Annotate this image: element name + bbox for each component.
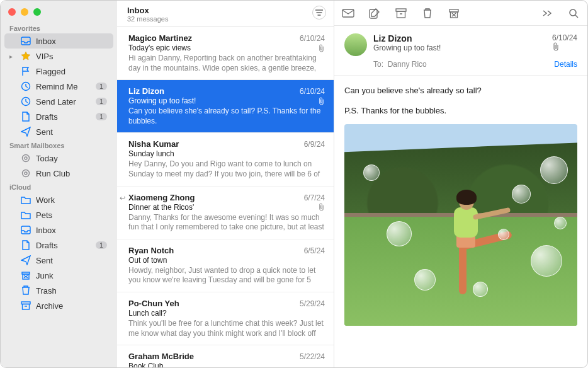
mail-window: FavoritesInbox▸VIPsFlaggedRemind Me1Send… xyxy=(0,0,588,368)
close-window-button[interactable] xyxy=(8,8,16,16)
sidebar-item-label: Remind Me xyxy=(36,82,91,91)
minimize-window-button[interactable] xyxy=(21,8,28,16)
window-controls xyxy=(1,1,117,22)
delete-button[interactable] xyxy=(421,7,434,20)
chevron-right-icon: ▸ xyxy=(9,53,16,60)
sidebar-item-work[interactable]: Work xyxy=(4,192,113,207)
attached-photo[interactable] xyxy=(344,124,577,326)
body-line: P.S. Thanks for the bubbles. xyxy=(344,105,577,117)
sidebar: FavoritesInbox▸VIPsFlaggedRemind Me1Send… xyxy=(1,1,117,367)
search-button[interactable] xyxy=(567,7,580,20)
trash-icon xyxy=(21,285,31,296)
msg-sender: Ryan Notch xyxy=(128,246,174,255)
message-row[interactable]: Nisha Kumar6/9/24Sunday lunchHey Danny, … xyxy=(117,133,334,186)
filter-icon xyxy=(315,9,323,16)
sidebar-item-sent2[interactable]: Sent xyxy=(4,253,113,268)
msg-date: 6/9/24 xyxy=(304,140,325,149)
msg-sender: Graham McBride xyxy=(128,352,194,361)
sidebar-item-label: Sent xyxy=(36,127,107,137)
header-attachment-icon xyxy=(552,42,577,51)
msg-sender: Xiaomeng Zhong xyxy=(128,193,195,202)
body-line: Can you believe she's already so tall? xyxy=(344,84,577,97)
junk-button[interactable] xyxy=(448,7,460,20)
sidebar-item-sent[interactable]: Sent xyxy=(4,124,113,139)
sidebar-item-vips[interactable]: ▸VIPs xyxy=(4,49,113,64)
sidebar-item-flagged[interactable]: Flagged xyxy=(4,64,113,79)
zoom-window-button[interactable] xyxy=(33,8,41,16)
header-date: 6/10/24 xyxy=(552,33,577,42)
sidebar-item-drafts[interactable]: Drafts1 xyxy=(4,109,113,124)
message-row[interactable]: Ryan Notch6/5/24Out of townHowdy, neighb… xyxy=(117,239,334,292)
sidebar-item-archive[interactable]: Archive xyxy=(4,298,113,313)
gear-icon xyxy=(21,153,31,163)
sidebar-item-label: Today xyxy=(36,154,107,163)
sidebar-item-label: Drafts xyxy=(36,241,91,250)
sidebar-item-runclub[interactable]: Run Club xyxy=(4,166,113,181)
reply-button[interactable] xyxy=(342,7,354,20)
sidebar-badge: 1 xyxy=(96,113,107,120)
mailbox-title: Inbox xyxy=(127,6,168,15)
archive-button[interactable] xyxy=(395,7,407,20)
sidebar-item-label: Junk xyxy=(36,271,107,280)
msg-subject: Dinner at the Ricos' xyxy=(128,203,194,212)
message-list-header: Inbox 32 messages xyxy=(117,1,334,27)
sender-avatar[interactable] xyxy=(344,33,367,56)
sidebar-item-inbox[interactable]: Inbox xyxy=(4,33,113,49)
sidebar-item-trash[interactable]: Trash xyxy=(4,283,113,298)
header-subject: Growing up too fast! xyxy=(373,43,546,52)
sidebar-item-sendlater[interactable]: Send Later1 xyxy=(4,94,113,109)
sidebar-section-label: Favorites xyxy=(1,22,117,33)
more-button[interactable] xyxy=(541,7,553,20)
message-row[interactable]: ↩Xiaomeng Zhong6/7/24Dinner at the Ricos… xyxy=(117,187,334,239)
sidebar-item-label: Archive xyxy=(36,301,107,311)
sidebar-item-label: Pets xyxy=(36,210,107,220)
archive-icon xyxy=(21,301,31,311)
sidebar-item-inbox2[interactable]: Inbox xyxy=(4,222,113,238)
msg-sender: Magico Martinez xyxy=(128,33,192,43)
compose-button[interactable] xyxy=(368,7,381,20)
sidebar-item-pets[interactable]: Pets xyxy=(4,207,113,222)
paperclip-icon xyxy=(318,97,325,105)
sidebar-badge: 1 xyxy=(96,83,107,90)
sidebar-section-label: iCloud xyxy=(1,181,117,192)
sidebar-item-label: Run Club xyxy=(36,169,107,178)
msg-subject: Today's epic views xyxy=(128,43,191,52)
msg-preview: Think you'll be free for a lunchtime cha… xyxy=(128,319,325,338)
doc-icon xyxy=(21,240,31,250)
message-row[interactable]: Graham McBride5/22/24Book ClubAre you fr… xyxy=(117,345,334,367)
svg-point-18 xyxy=(570,9,576,16)
details-link[interactable]: Details xyxy=(554,60,577,69)
message-row[interactable]: Liz Dizon6/10/24Growing up too fast!Can … xyxy=(117,80,334,133)
svg-rect-15 xyxy=(397,11,405,18)
message-row[interactable]: Po-Chun Yeh5/29/24Lunch call?Think you'l… xyxy=(117,292,334,345)
mailbox-count: 32 messages xyxy=(127,15,168,23)
filter-button[interactable] xyxy=(312,6,326,20)
msg-preview: Howdy, neighbor, Just wanted to drop a q… xyxy=(128,266,325,285)
sidebar-item-remind[interactable]: Remind Me1 xyxy=(4,79,113,94)
clock-icon xyxy=(21,81,31,91)
star-icon xyxy=(21,51,31,61)
sidebar-item-today[interactable]: Today xyxy=(4,151,113,166)
svg-point-3 xyxy=(23,155,30,162)
svg-rect-12 xyxy=(342,9,354,17)
replied-icon: ↩ xyxy=(120,194,125,202)
tray-icon xyxy=(21,36,31,46)
folder-icon xyxy=(21,195,31,205)
sidebar-item-junk[interactable]: Junk xyxy=(4,268,113,283)
clock-arrow-icon xyxy=(21,96,31,106)
tray-icon xyxy=(21,225,31,235)
msg-sender: Po-Chun Yeh xyxy=(128,299,179,308)
message-row[interactable]: Magico Martinez6/10/24Today's epic views… xyxy=(117,27,334,80)
junk-icon xyxy=(448,8,460,19)
envelope-icon xyxy=(342,9,354,18)
header-to: To: Danny Rico xyxy=(373,60,427,69)
message-list[interactable]: Magico Martinez6/10/24Today's epic views… xyxy=(117,27,334,367)
msg-sender: Liz Dizon xyxy=(128,86,164,96)
msg-date: 6/7/24 xyxy=(304,193,325,202)
reader-pane: Liz Dizon Growing up too fast! 6/10/24 T… xyxy=(334,1,587,367)
sidebar-item-drafts2[interactable]: Drafts1 xyxy=(4,238,113,253)
message-header: Liz Dizon Growing up too fast! 6/10/24 T… xyxy=(334,26,587,76)
sidebar-item-label: VIPs xyxy=(36,52,107,61)
msg-sender: Nisha Kumar xyxy=(128,139,179,149)
search-icon xyxy=(568,8,579,18)
